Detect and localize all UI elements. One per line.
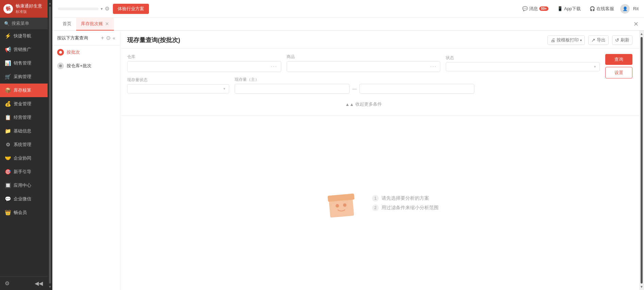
experience-btn[interactable]: 体验行业方案 — [113, 4, 149, 14]
sidebar-item-label: 资金管理 — [14, 101, 31, 107]
right-scroll-thumb[interactable] — [641, 37, 643, 284]
scroll-thumb[interactable] — [49, 6, 51, 284]
print-template-btn[interactable]: 🖨 按模板打印 ▾ — [547, 35, 585, 45]
filter-row-2: 现存量状态 ▾ 现存量（主） — [127, 77, 600, 94]
filter-product: 商品 ··· — [287, 54, 441, 72]
tab-close-icon[interactable]: ✕ — [105, 21, 109, 26]
scheme-settings-btn[interactable]: ⊙ — [106, 35, 111, 41]
sidebar-item-system[interactable]: ⚙ 系统管理 — [0, 138, 48, 151]
sidebar-item-sales[interactable]: 📊 销售管理 — [0, 56, 48, 70]
scroll-down-arrow[interactable]: ▼ — [48, 285, 52, 289]
topbar-search-box[interactable] — [58, 7, 99, 10]
empty-illustration — [321, 183, 362, 223]
filter-actions: 查询 设置 — [605, 54, 632, 78]
svg-point-5 — [343, 203, 346, 207]
right-scrollbar[interactable]: ▲ ▼ — [639, 31, 644, 290]
tab-home[interactable]: 首页 — [58, 18, 76, 31]
sidebar-item-purchase[interactable]: 🛒 采购管理 — [0, 70, 48, 84]
basic-icon: 📁 — [5, 128, 11, 134]
sidebar-item-corpwx[interactable]: 💬 企业微信 — [0, 192, 48, 206]
page-title: 现存量查询(按批次) — [127, 36, 180, 44]
topbar-online-service[interactable]: 🎧 在线客服 — [587, 4, 617, 13]
topbar-gear-icon[interactable]: ⚙ — [105, 5, 109, 12]
sidebar-item-basic[interactable]: 📁 基础信息 — [0, 124, 48, 138]
sidebar-item-label: 畅会员 — [14, 210, 27, 216]
inventory-status-chevron-icon: ▾ — [223, 87, 225, 91]
export-btn[interactable]: ↗ 导出 — [588, 35, 609, 45]
sidebar-item-label: 经营管理 — [14, 114, 31, 121]
status-select[interactable]: ▾ — [446, 62, 600, 71]
topbar-chevron-icon[interactable]: ▾ — [101, 6, 103, 11]
sidebar-item-label: 基础信息 — [14, 128, 31, 134]
topbar-app-download[interactable]: 📱 App下载 — [555, 4, 583, 13]
empty-hint-2: 2 用过滤条件来缩小分析范围 — [372, 204, 439, 211]
product-label: 商品 — [287, 54, 441, 60]
sidebar-item-quick-nav[interactable]: ⚡ 快捷导航 — [0, 29, 48, 43]
settings-icon[interactable]: ⚙ — [5, 280, 10, 287]
collapse-filters-link[interactable]: ▲▲ 收起更多条件 — [127, 98, 600, 110]
sidebar-item-label: 营销推广 — [14, 47, 31, 53]
finance-icon: 💰 — [5, 101, 11, 107]
filter-status: 状态 ▾ — [446, 55, 600, 71]
sidebar-item-finance[interactable]: 💰 资金管理 — [0, 97, 48, 111]
sidebar-item-appstore[interactable]: 🔲 应用中心 — [0, 179, 48, 192]
message-icon: 💬 — [522, 6, 528, 11]
print-chevron-icon: ▾ — [580, 38, 582, 42]
product-dots: ··· — [430, 64, 437, 70]
inventory-qty-max-input[interactable] — [359, 84, 474, 94]
scheme-item-warehouse-batch[interactable]: 按仓库+批次 — [52, 59, 120, 73]
filter-row-1: 仓库 ··· 商品 ··· — [127, 54, 600, 72]
empty-text-area: 1 请先选择要分析的方案 2 用过滤条件来缩小分析范围 — [372, 195, 439, 211]
user-avatar[interactable]: 👤 — [620, 4, 630, 14]
hint-1-text: 请先选择要分析的方案 — [382, 195, 429, 201]
sidebar-scrollbar[interactable]: ▲ ▼ — [48, 0, 52, 290]
warehouse-dots: ··· — [271, 64, 277, 70]
add-scheme-btn[interactable]: + — [101, 35, 104, 41]
sidebar-item-label: 新手引导 — [14, 169, 31, 175]
sidebar-item-inventory[interactable]: 📦 库存核算 — [0, 84, 48, 97]
marketing-icon: 📢 — [5, 47, 11, 53]
scheme-item-batch[interactable]: 按批次 — [52, 46, 120, 59]
left-panel-actions: + ⊙ « — [101, 35, 115, 41]
product-input[interactable]: ··· — [287, 61, 441, 72]
collapse-sidebar-icon[interactable]: ◀◀ — [35, 280, 43, 287]
sidebar-item-enterprise[interactable]: 🤝 企业协同 — [0, 151, 48, 165]
settings-btn[interactable]: 设置 — [605, 67, 632, 78]
topbar-message[interactable]: 💬 消息 99+ — [520, 4, 551, 13]
sidebar-item-marketing[interactable]: 📢 营销推广 — [0, 43, 48, 56]
refresh-btn[interactable]: ↺ 刷新 — [612, 35, 632, 45]
topbar-username: Rit — [633, 6, 639, 11]
tab-bar-close-btn[interactable]: ✕ — [633, 20, 639, 28]
sidebar-item-newbie[interactable]: 🎯 新手引导 — [0, 165, 48, 179]
filter-warehouse: 仓库 ··· — [127, 54, 281, 72]
tab-inventory-batch[interactable]: 库存批次账 ✕ — [76, 18, 114, 31]
filter-area: 仓库 ··· 商品 ··· — [120, 49, 639, 116]
sidebar-item-member[interactable]: 👑 畅会员 — [0, 206, 48, 219]
empty-state: 1 请先选择要分析的方案 2 用过滤条件来缩小分析范围 — [120, 116, 639, 290]
sidebar-footer: ⚙ ◀◀ — [0, 276, 48, 290]
sidebar-nav: ⚡ 快捷导航 📢 营销推广 📊 销售管理 🛒 采购管理 📦 库存核算 💰 资金管… — [0, 29, 48, 276]
right-scroll-down[interactable]: ▼ — [640, 285, 643, 289]
scheme-active-icon — [57, 49, 64, 56]
collapse-panel-btn[interactable]: « — [113, 35, 115, 41]
warehouse-input[interactable]: ··· — [127, 61, 281, 72]
filter-inventory-status: 现存量状态 ▾ — [127, 77, 229, 93]
scroll-up-arrow[interactable]: ▲ — [48, 1, 52, 5]
inventory-qty-range: — — [235, 84, 474, 94]
svg-point-1 — [59, 65, 62, 67]
app-title: 畅康通好生意 — [16, 3, 42, 9]
inventory-status-select[interactable]: ▾ — [127, 84, 229, 93]
hint-1-num: 1 — [372, 195, 379, 202]
status-label: 状态 — [446, 55, 600, 61]
member-icon: 👑 — [5, 210, 11, 216]
sidebar-item-label: 库存核算 — [14, 87, 31, 93]
sidebar-item-operations[interactable]: 📋 经营管理 — [0, 111, 48, 124]
right-scroll-up[interactable]: ▲ — [640, 32, 643, 36]
query-btn[interactable]: 查询 — [605, 54, 632, 65]
empty-hint-1: 1 请先选择要分析的方案 — [372, 195, 439, 202]
search-menu[interactable]: 🔍 搜索菜单 — [0, 18, 48, 29]
inventory-qty-min-input[interactable] — [235, 84, 350, 94]
svg-point-0 — [59, 51, 62, 54]
scheme-item-label: 按仓库+批次 — [67, 63, 91, 69]
inventory-status-label: 现存量状态 — [127, 77, 229, 83]
